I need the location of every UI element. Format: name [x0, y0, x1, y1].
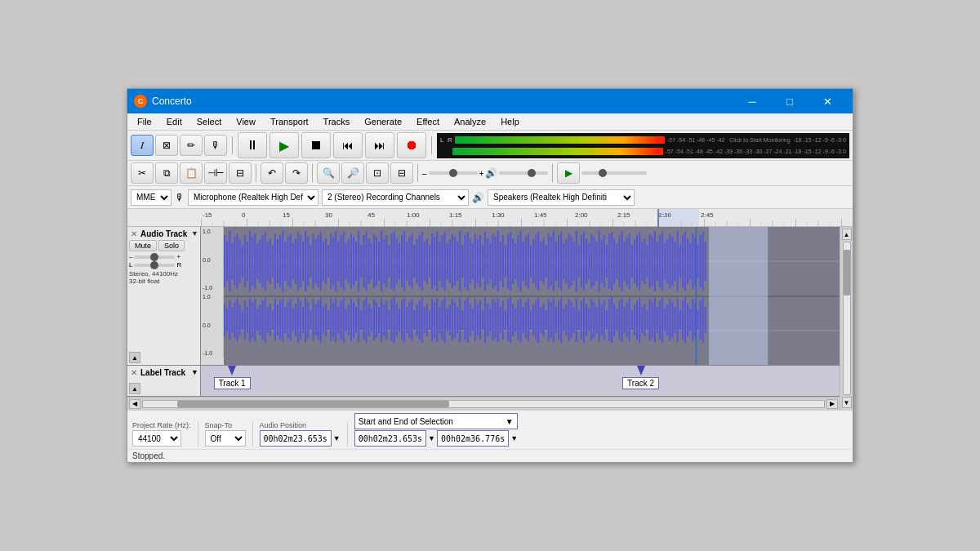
menu-effect[interactable]: Effect [410, 115, 446, 128]
play2-button[interactable]: ▶ [557, 162, 580, 184]
svg-rect-279 [383, 304, 385, 335]
menu-view[interactable]: View [229, 115, 262, 128]
cut-button[interactable]: ✂ [131, 162, 154, 184]
project-rate-select[interactable]: 44100 [132, 430, 181, 447]
silence-button[interactable]: ⊟ [229, 162, 252, 184]
draw-tool-button[interactable]: ✏ [180, 135, 203, 156]
svg-rect-131 [492, 233, 493, 289]
label-track-collapse[interactable]: ▲ [129, 383, 140, 394]
solo-button[interactable]: Solo [158, 240, 185, 251]
fit-project-button[interactable]: ⊡ [366, 162, 389, 184]
api-select[interactable]: MME [131, 189, 172, 206]
menu-edit[interactable]: Edit [160, 115, 189, 128]
time1-dropdown[interactable]: ▼ [333, 434, 341, 442]
menu-analyze[interactable]: Analyze [448, 115, 492, 128]
label-track: ✕ Label Track ▼ ▲ Track 1 [127, 366, 840, 397]
volume-slider[interactable] [499, 171, 548, 175]
h-scroll-right-button[interactable]: ▶ [826, 399, 838, 409]
envelope-tool-button[interactable]: ⊠ [155, 135, 178, 156]
label-track-area[interactable]: Track 1 Track 2 [201, 366, 840, 396]
menu-transport[interactable]: Transport [264, 115, 315, 128]
track-gain-slider[interactable] [134, 256, 175, 259]
label-track-dropdown[interactable]: ▼ [191, 368, 198, 376]
svg-rect-381 [641, 307, 643, 333]
audio-track-close[interactable]: ✕ [129, 229, 139, 238]
speaker-device-select[interactable]: Speakers (Realtek High Definiti [488, 189, 635, 206]
pause-button[interactable]: ⏸ [238, 132, 267, 158]
titlebar-title: Concerto [152, 96, 192, 107]
redo-button[interactable]: ↷ [285, 162, 308, 184]
skip-forward-button[interactable]: ⏭ [365, 132, 394, 158]
copy-icon: ⧉ [163, 167, 171, 179]
skip-back-button[interactable]: ⏮ [333, 132, 363, 158]
track-info: Stereo, 44100Hz 32-bit float [129, 270, 198, 285]
svg-rect-204 [677, 231, 679, 291]
v-scroll-up-button[interactable]: ▲ [842, 229, 852, 240]
minimize-button[interactable]: ─ [733, 89, 771, 113]
svg-rect-374 [624, 307, 626, 333]
svg-rect-256 [325, 304, 327, 336]
svg-rect-38 [256, 243, 258, 279]
mic-device-select[interactable]: Microphone (Realtek High Defini [188, 189, 318, 206]
stop-button[interactable]: ⏹ [301, 132, 331, 158]
selection-type-dropdown[interactable]: Start and End of Selection ▼ [354, 413, 518, 429]
menu-generate[interactable]: Generate [358, 115, 408, 128]
svg-rect-310 [461, 310, 463, 330]
track-pan-slider[interactable] [134, 264, 175, 267]
close-button[interactable]: ✕ [808, 89, 846, 113]
zoom-in-button[interactable]: 🔍 [317, 162, 340, 184]
zoom-out-button[interactable]: 🔎 [341, 162, 364, 184]
svg-rect-332 [517, 300, 519, 340]
channels-select[interactable]: 2 (Stereo) Recording Channels [322, 189, 469, 206]
svg-rect-305 [449, 304, 451, 335]
v-scrollbar[interactable] [843, 242, 851, 395]
trim-button[interactable]: ⊣⊢ [204, 162, 227, 184]
v-scroll-down-button[interactable]: ▼ [842, 397, 852, 408]
record-button[interactable]: ⏺ [397, 132, 426, 158]
svg-rect-312 [466, 297, 468, 343]
undo-button[interactable]: ↶ [261, 162, 283, 184]
svg-rect-228 [254, 299, 256, 341]
playback-speed-slider[interactable] [581, 171, 647, 175]
mic-button[interactable]: 🎙 [204, 135, 227, 156]
svg-rect-315 [474, 299, 476, 341]
svg-rect-302 [441, 300, 443, 340]
h-scroll-left-button[interactable]: ◀ [129, 399, 140, 409]
svg-rect-390 [664, 309, 666, 331]
audio-waveform-area[interactable]: 1.0 0.0 -1.0 1.0 0.0 -1.0 [201, 227, 840, 365]
svg-rect-75 [350, 233, 352, 289]
bottom-sep-3 [347, 422, 348, 447]
select-tool-button[interactable]: 𝐼 [131, 135, 154, 156]
svg-text:2:15: 2:15 [617, 211, 630, 219]
paste-button[interactable]: 📋 [180, 162, 203, 184]
svg-rect-267 [353, 302, 354, 338]
svg-rect-333 [520, 298, 522, 342]
menu-tracks[interactable]: Tracks [317, 115, 357, 128]
svg-rect-263 [343, 297, 345, 343]
svg-rect-224 [244, 300, 246, 340]
svg-rect-192 [646, 245, 648, 278]
snap-to-select[interactable]: Off [205, 430, 246, 447]
label-track-close[interactable]: ✕ [129, 367, 139, 377]
mute-button[interactable]: Mute [129, 240, 157, 251]
time3-dropdown[interactable]: ▼ [510, 434, 518, 442]
gain-slider[interactable] [429, 171, 478, 175]
gain-label: – [422, 169, 427, 178]
svg-text:1:30: 1:30 [492, 211, 505, 219]
copy-button[interactable]: ⧉ [155, 162, 178, 184]
fit-track-button[interactable]: ⊟ [390, 162, 413, 184]
v-scrollbar-thumb[interactable] [844, 250, 850, 295]
track-collapse-button[interactable]: ▲ [129, 352, 140, 363]
h-scrollbar[interactable] [142, 400, 825, 408]
play-button[interactable]: ▶ [270, 132, 299, 158]
time2-dropdown[interactable]: ▼ [428, 434, 435, 442]
maximize-button[interactable]: □ [771, 89, 808, 113]
menu-file[interactable]: File [131, 115, 158, 128]
menu-select[interactable]: Select [190, 115, 229, 128]
gain-minus: – [129, 253, 132, 260]
menu-help[interactable]: Help [494, 115, 526, 128]
svg-rect-165 [578, 245, 580, 278]
audio-track-dropdown[interactable]: ▼ [191, 229, 198, 238]
zoom-in-icon: 🔍 [323, 167, 335, 179]
h-scrollbar-thumb[interactable] [177, 401, 450, 407]
